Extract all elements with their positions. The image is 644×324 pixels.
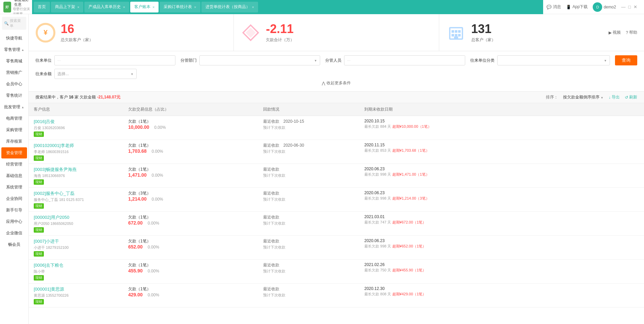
message-btn[interactable]: 💬 消息 [547,4,561,10]
sidebar-item-biz-mgmt[interactable]: 经营管理 [1,159,27,170]
balance-chevron [131,71,134,76]
sidebar-item-basic-info[interactable]: 基础信息 [1,170,27,181]
sidebar-item-enterprise[interactable]: 企业协同 [1,193,27,204]
overdue-info: 最长欠款 853 天 超期¥1,703.68（1笔） [364,148,639,153]
tab-close-customer_account[interactable]: × [152,5,155,9]
manager-input[interactable]: ··· [344,55,465,65]
tab-production[interactable]: 产成品入库单历史× [84,2,129,12]
search-button[interactable]: 查询 [615,55,637,65]
sidebar-label-batch-mgmt: 批发管理 [4,104,20,110]
avatar-icon: D [593,2,602,12]
table-row: [0001020001]李老师 李老师 18600391516 现销 欠款（1笔… [29,140,644,164]
close-btn[interactable]: ✕ [634,4,637,9]
minimize-btn[interactable]: — [621,4,625,9]
sidebar-item-new-guide[interactable]: 新手引导 [1,205,27,216]
col-due-date: 到期未收款日期 [359,103,644,116]
results-prefix: 搜索结果中，客户 [35,95,68,99]
debt-pct: 0.00% [148,221,159,226]
next-payment: 预计下次收款 [263,293,354,298]
due-date-cell: 2021.03.01 最长欠款 747 天 超期¥672.00（1笔） [359,212,644,236]
tab-purchase_order[interactable]: 采购订单统计表× [160,2,200,12]
customer-name-link[interactable]: [000002]用户2050 [34,215,69,220]
overdue-link[interactable]: 超期¥10,000.00（1笔） [392,124,431,128]
recovery-cell: 最近收款 预计下次收款 [258,260,359,284]
debt-pct: 0.00% [152,173,163,178]
content-area: ¥ 16 总欠款客户（家） -2.11 [29,14,644,324]
sidebar-item-corp-wechat[interactable]: 企业微信 [1,228,27,239]
customer-name-link[interactable]: [0002]服务中心_丁磊 [34,191,75,196]
customer-name-link[interactable]: [000001]黄思源 [34,287,64,292]
sidebar-item-purchase-mgmt[interactable]: 采购管理 [1,124,27,136]
results-info: 搜索结果中，客户 16 家 欠款金额 -21,148.07元 [35,94,120,100]
dept-label: 分管部门 [180,58,197,63]
latest-payment: 最近收款 [263,238,354,244]
tab-incoming_stats[interactable]: 进货单统计表（按商品）× [201,2,258,12]
overdue-link[interactable]: 超期¥1,471.00（1笔） [392,172,429,176]
tab-close-incoming_stats[interactable]: × [252,5,254,9]
help-btn[interactable]: ? 帮助 [626,30,637,35]
sidebar-item-retail-mall[interactable]: 零售商城 [1,56,27,67]
stat-debt-customers-info: 16 总欠款客户（家） [61,22,93,43]
tab-products[interactable]: 商品上下架× [51,2,83,12]
sidebar-item-quick-nav[interactable]: 快捷导航 [1,33,27,44]
sidebar-item-marketing[interactable]: 营销推广 [1,67,27,78]
overdue-link[interactable]: 超期¥1,214.00（3笔） [392,196,429,200]
next-payment: 预计下次收款 [263,221,354,226]
debt-details: 455.90 0.00% [128,268,253,273]
user-avatar[interactable]: D demo2 [593,2,616,12]
latest-payment: 最近收款 2020-06-30 [263,143,354,148]
sidebar-item-batch-mgmt[interactable]: 批发管理▲ [1,101,27,113]
debt-details: 1,703.68 0.00% [128,148,253,154]
app-download-btn[interactable]: 📱 App下载 [566,4,588,10]
overdue-info: 最长欠款 998 天 超期¥1,214.00（3笔） [364,196,639,201]
sidebar-item-ecommerce[interactable]: 电商管理 [1,113,27,124]
sidebar-item-app-center[interactable]: 应用中心 [1,216,27,227]
video-btn[interactable]: ▶ 视频 [609,30,621,35]
sidebar-item-finance[interactable]: 资金管理 [1,147,27,158]
sort-select[interactable]: 按欠款金额倒序排序 [563,94,604,100]
customer-name-link[interactable]: [0006]去下粮仓 [34,263,63,268]
overdue-link[interactable]: 超期¥455.90（1笔） [392,268,426,272]
sidebar-item-retail-stats[interactable]: 零售统计 [1,90,27,101]
customer-name-link[interactable]: [0007]小进干 [34,239,59,244]
debt-info-cell: 欠款（1笔） 429.00 0.00% [123,284,258,307]
sidebar-item-inventory[interactable]: 库存核算 [1,136,27,147]
export-btn[interactable]: ↓ 导出 [609,94,620,100]
debt-info-cell: 欠款（1笔） 455.90 0.00% [123,260,258,284]
customer-contact: 陈小带 [34,269,118,274]
debt-count: 欠款（3笔） [128,190,253,196]
restore-btn[interactable]: □ [628,4,631,9]
customer-name-link[interactable]: [0003]畅捷服务尹海燕 [34,167,77,172]
debt-amount: 652.00 [128,244,143,249]
overdue-link[interactable]: 超期¥429.00（1笔） [392,292,426,296]
logo-icon: 好 [3,2,11,12]
tab-close-production[interactable]: × [123,5,125,9]
sidebar-item-sys-mgmt[interactable]: 系统管理 [1,182,27,193]
balance-select[interactable]: 选择... [54,69,137,79]
overdue-info: 最长欠款 998 天 超期¥1,471.00（1笔） [364,172,639,177]
unit-class-select[interactable] [497,55,610,65]
debt-details: 429.00 0.00% [128,292,253,297]
stat-total-customers: 131 总客户（家） ▶ 视频 ? 帮助 [439,14,644,51]
sidebar-label-sys-mgmt: 系统管理 [6,185,22,189]
sidebar-item-vip-member[interactable]: 畅会员 [1,239,27,250]
customer-name-link[interactable]: [0001020001]李老师 [34,143,74,148]
overdue-link[interactable]: 超期¥672.00（1笔） [392,220,426,224]
sidebar-item-member-center[interactable]: 会员中心 [1,79,27,90]
overdue-link[interactable]: 超期¥1,703.68（1笔） [392,148,429,152]
tab-close-purchase_order[interactable]: × [194,5,196,9]
dept-select[interactable] [199,55,320,65]
tab-home[interactable]: 首页 [34,2,50,12]
tab-close-products[interactable]: × [77,5,79,9]
total-customers-value: 131 [471,22,496,36]
source-unit-input[interactable]: ··· [54,55,175,65]
sidebar-search[interactable]: 🔍 搜索菜单 [0,14,28,32]
stat-total-customers-info: 131 总客户（家） [471,22,496,43]
customer-name-link[interactable]: [0016]吕俊 [34,119,55,124]
overdue-link[interactable]: 超期¥652.00（1笔） [392,244,426,248]
refresh-btn[interactable]: ↺ 刷新 [625,94,637,100]
tab-customer_account[interactable]: 客户账本× [130,2,159,12]
collapse-btn[interactable]: ⋀ 收起更多条件 [322,80,351,86]
search-menu-box[interactable]: 🔍 搜索菜单 [2,17,26,30]
sidebar-item-retail-mgmt[interactable]: 零售管理▲ [1,44,27,55]
